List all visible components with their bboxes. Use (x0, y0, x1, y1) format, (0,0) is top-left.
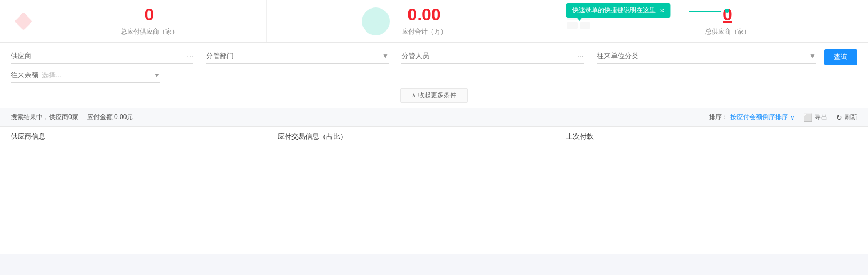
stat-payable-total: 米 0.00 应付合计（万） (267, 0, 555, 42)
svg-text:供: 供 (20, 19, 27, 25)
balance-label: 往来余额 (11, 70, 38, 80)
unit-class-filter: 往来单位分类 ▼ (597, 51, 816, 64)
svg-text:米: 米 (371, 16, 381, 27)
total-payable-label: 总应付供应商（家） (121, 27, 178, 36)
results-actions: 排序： 按应付会额倒序排序 ∨ ⬜ 导出 ↻ 刷新 (709, 113, 857, 122)
filter-row-2: 往来余额 选择... ▼ (11, 70, 857, 83)
pig-icon: 米 (360, 5, 392, 37)
balance-filter: 往来余额 选择... ▼ (11, 70, 160, 83)
supplier-input[interactable] (35, 52, 185, 60)
unit-class-input[interactable] (642, 52, 809, 60)
tooltip-bubble: 快速录单的快捷键说明在这里 × (566, 3, 670, 18)
refresh-btn[interactable]: ↻ 刷新 (836, 113, 857, 122)
supplier-dots-btn[interactable]: ··· (187, 52, 193, 60)
unit-class-label: 往来单位分类 (597, 51, 638, 61)
filter-row-1: 供应商 ··· 分管部门 ▼ 分管人员 ··· 往来单位分类 ▼ 查询 (11, 49, 857, 65)
tooltip-close-btn[interactable]: × (660, 6, 664, 14)
person-dots-btn[interactable]: ··· (578, 52, 584, 60)
department-input[interactable] (237, 52, 382, 60)
export-icon: ⬜ (803, 113, 812, 122)
stats-bar: 供 0 总应付供应商（家） 米 0.00 应付合计（万） 快速录单的快捷键说明在… (0, 0, 868, 43)
sort-label: 排序： (709, 113, 728, 122)
collapse-label: 收起更多条件 (418, 91, 456, 100)
sort-control[interactable]: 排序： 按应付会额倒序排序 ∨ (709, 113, 795, 122)
sort-chevron-icon: ∨ (790, 114, 795, 121)
query-button[interactable]: 查询 (824, 49, 857, 65)
collapse-btn[interactable]: ∧ 收起更多条件 (400, 88, 468, 103)
table-header: 供应商信息 应付交易信息（占比） 上次付款 (0, 127, 868, 147)
col-supplier-header: 供应商信息 (11, 132, 278, 142)
refresh-label: 刷新 (845, 113, 857, 122)
tooltip-connector-dot (725, 9, 729, 13)
results-count: 搜索结果中，供应商0家 (11, 113, 78, 122)
svg-rect-6 (567, 22, 578, 29)
supplier-filter: 供应商 ··· (11, 51, 193, 64)
total-payable-value: 0 (145, 6, 154, 23)
department-filter: 分管部门 ▼ (206, 51, 389, 64)
col-last-payment-header: 上次付款 (566, 132, 857, 142)
stat-total-suppliers: 快速录单的快捷键说明在这里 × 0 总供应商（家） (555, 0, 868, 42)
collapse-arrow-icon: ∧ (412, 92, 416, 99)
tooltip-connector-line (689, 11, 721, 12)
payable-total-label: 应付合计（万） (402, 27, 447, 36)
sort-option: 按应付会额倒序排序 (730, 113, 788, 122)
department-label: 分管部门 (206, 51, 234, 61)
balance-placeholder: 选择... (42, 70, 154, 80)
diamond-icon: 供 (11, 9, 36, 34)
person-input[interactable] (432, 52, 575, 60)
table-body (0, 147, 868, 254)
supplier-label: 供应商 (11, 51, 31, 61)
total-suppliers-label: 总供应商（家） (705, 27, 750, 36)
filter-area: 供应商 ··· 分管部门 ▼ 分管人员 ··· 往来单位分类 ▼ 查询 往来余额… (0, 43, 868, 108)
department-chevron-icon[interactable]: ▼ (382, 52, 389, 60)
stat-total-payable: 供 0 总应付供应商（家） (0, 0, 267, 42)
col-transaction-header: 应付交易信息（占比） (278, 132, 566, 142)
results-amount: 应付金额 0.00元 (87, 113, 133, 122)
export-btn[interactable]: ⬜ 导出 (803, 113, 827, 122)
tooltip-text: 快速录单的快捷键说明在这里 (572, 6, 656, 15)
refresh-icon: ↻ (836, 113, 842, 122)
person-label: 分管人员 (401, 51, 429, 61)
person-filter: 分管人员 ··· (401, 51, 584, 64)
export-label: 导出 (815, 113, 827, 122)
svg-rect-7 (580, 22, 590, 29)
results-bar: 搜索结果中，供应商0家 应付金额 0.00元 排序： 按应付会额倒序排序 ∨ ⬜… (0, 108, 868, 127)
payable-total-value: 0.00 (407, 6, 440, 23)
unit-class-chevron-icon[interactable]: ▼ (809, 52, 816, 60)
results-summary: 搜索结果中，供应商0家 应付金额 0.00元 (11, 113, 133, 122)
balance-chevron-icon[interactable]: ▼ (154, 72, 160, 79)
